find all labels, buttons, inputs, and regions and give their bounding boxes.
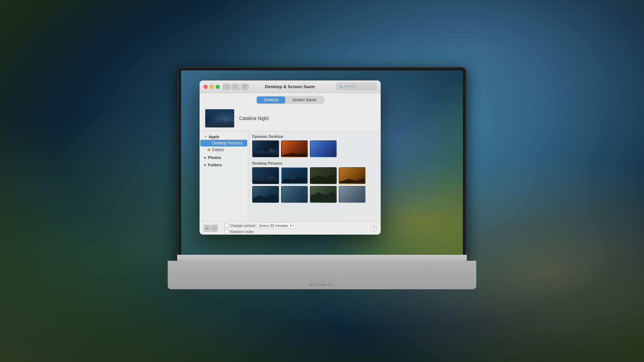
sidebar-section-photos: ▶ Photos	[200, 155, 248, 161]
change-picture-row: Change picture: Every 30 minutes ⬆⬇	[224, 223, 296, 229]
dynamic-desktop-label: Dynamic Desktop	[252, 134, 377, 138]
laptop-base: MacBook Pro	[168, 255, 476, 295]
thumb-dd-catalina[interactable]	[252, 140, 279, 157]
minimize-button[interactable]	[210, 85, 214, 89]
change-picture-label: Change picture:	[230, 224, 256, 228]
colors-icon	[208, 148, 210, 151]
sidebar-photos-label: Photos	[208, 156, 221, 160]
desktop-screen-saver-window: ‹ › ⠿ Desktop & Screen Saver 🔍 Search De…	[200, 80, 381, 235]
forward-button[interactable]: ›	[232, 84, 239, 90]
thumb-dp2[interactable]	[281, 167, 308, 184]
add-remove-buttons: + −	[204, 225, 218, 232]
sidebar-item-desktop-pictures[interactable]: Desktop Pictures	[200, 140, 247, 146]
help-button[interactable]: ?	[371, 225, 377, 231]
thumb-dp1[interactable]	[252, 167, 279, 184]
laptop-keyboard: MacBook Pro	[168, 261, 476, 289]
thumb-dp8[interactable]	[339, 186, 366, 203]
preview-name: Catalina Night	[239, 116, 269, 121]
tab-screensaver[interactable]: Screen Saver	[285, 97, 323, 103]
desktop-pictures-label: Desktop Pictures	[252, 161, 377, 165]
nav-buttons: ‹ › ⠿	[223, 84, 249, 90]
traffic-lights	[204, 85, 220, 89]
random-order-row: Random order	[224, 230, 296, 234]
screen-inner: ‹ › ⠿ Desktop & Screen Saver 🔍 Search De…	[181, 70, 463, 258]
selected-time-label: Every 30 minutes	[260, 224, 288, 228]
random-order-checkbox[interactable]	[224, 230, 228, 234]
desktop-pictures-grid	[252, 167, 377, 203]
dynamic-desktop-grid	[252, 140, 377, 157]
tab-group: Desktop Screen Saver	[256, 96, 324, 104]
sidebar-item-apple[interactable]: ▼ Apple	[200, 134, 247, 140]
sidebar-folders-label: Folders	[208, 163, 222, 167]
tab-desktop[interactable]: Desktop	[257, 97, 285, 103]
tab-bar: Desktop Screen Saver	[200, 93, 381, 107]
main-content: ▼ Apple Desktop Pictures Colors	[200, 131, 381, 221]
window-titlebar: ‹ › ⠿ Desktop & Screen Saver 🔍 Search	[200, 80, 381, 93]
bottom-controls: Change picture: Every 30 minutes ⬆⬇ Rand…	[220, 223, 367, 234]
select-arrow-icon: ⬆⬇	[289, 224, 294, 227]
back-button[interactable]: ‹	[223, 84, 230, 90]
screen-bezel: ‹ › ⠿ Desktop & Screen Saver 🔍 Search De…	[178, 67, 466, 261]
thumb-dp7[interactable]	[310, 186, 337, 203]
change-picture-checkbox[interactable]	[224, 224, 228, 228]
close-button[interactable]	[204, 85, 208, 89]
macbook-label: MacBook Pro	[309, 283, 335, 287]
sidebar-section-folders: ▶ Folders	[200, 162, 248, 168]
thumb-dd-blue[interactable]	[310, 140, 337, 157]
preview-thumbnail	[205, 109, 234, 128]
laptop-hinge	[177, 255, 467, 261]
search-placeholder: Search	[344, 84, 356, 88]
sidebar-colors-label: Colors	[212, 147, 224, 152]
thumb-dd-mojave[interactable]	[281, 140, 308, 157]
preview-area: Catalina Night	[200, 106, 381, 131]
sidebar-item-colors[interactable]: Colors	[200, 146, 247, 153]
maximize-button[interactable]	[216, 85, 220, 89]
desktop-pictures-icon	[208, 142, 210, 144]
thumb-dp5[interactable]	[252, 186, 279, 203]
sidebar-item-folders[interactable]: ▶ Folders	[200, 162, 247, 168]
window-title: Desktop & Screen Saver	[265, 84, 315, 89]
laptop: ‹ › ⠿ Desktop & Screen Saver 🔍 Search De…	[168, 67, 476, 295]
sidebar-desktop-pictures-label: Desktop Pictures	[212, 141, 243, 145]
change-picture-section: Change picture: Every 30 minutes ⬆⬇ Rand…	[224, 223, 296, 234]
random-order-label: Random order	[230, 230, 254, 234]
time-interval-select[interactable]: Every 30 minutes ⬆⬇	[258, 223, 296, 229]
apple-arrow-icon: ▼	[204, 135, 207, 138]
thumb-dp4[interactable]	[339, 167, 366, 184]
right-panel: Dynamic Desktop Desktop Pictures	[248, 131, 381, 221]
search-box[interactable]: 🔍 Search	[336, 82, 377, 90]
sidebar-section-apple: ▼ Apple Desktop Pictures Colors	[200, 134, 248, 153]
grid-view-button[interactable]: ⠿	[241, 84, 249, 90]
search-icon: 🔍	[339, 84, 343, 88]
sidebar: ▼ Apple Desktop Pictures Colors	[200, 131, 248, 221]
photos-arrow-icon: ▶	[204, 156, 206, 159]
add-button[interactable]: +	[204, 225, 210, 232]
sidebar-apple-label: Apple	[209, 135, 219, 139]
thumb-dp6[interactable]	[281, 186, 308, 203]
thumb-dp3[interactable]	[310, 167, 337, 184]
remove-button[interactable]: −	[211, 225, 218, 232]
bottom-bar: + − Change picture: Every 30 minutes ⬆⬇	[200, 221, 381, 235]
sidebar-item-photos[interactable]: ▶ Photos	[200, 155, 247, 161]
folders-arrow-icon: ▶	[204, 164, 206, 167]
